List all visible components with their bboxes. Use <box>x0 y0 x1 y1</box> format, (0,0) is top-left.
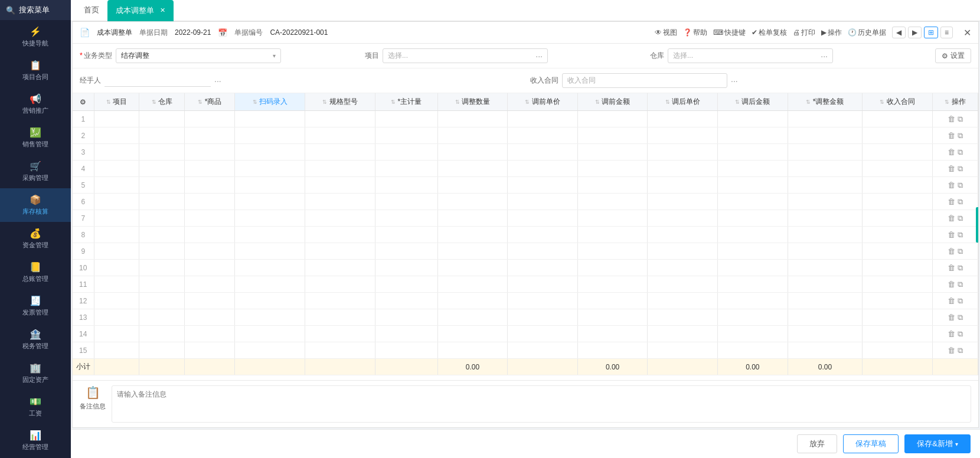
cell-pre_amount-7[interactable] <box>577 210 648 227</box>
cell-unit-15[interactable] <box>375 342 437 359</box>
cell-warehouse-5[interactable] <box>139 177 185 194</box>
copy-icon-12[interactable]: ⧉ <box>958 296 963 306</box>
cell-pre_price-11[interactable] <box>508 276 578 293</box>
note-input[interactable] <box>112 385 971 423</box>
delete-icon-11[interactable]: 🗑 <box>948 280 955 289</box>
sort-icon-product[interactable]: ⇅ <box>198 99 202 105</box>
cell-product-2[interactable] <box>185 127 235 144</box>
sort-icon-adj_amount[interactable]: ⇅ <box>806 99 811 105</box>
cell-post_amount-2[interactable] <box>718 127 788 144</box>
cell-adj_qty-8[interactable] <box>437 227 508 243</box>
sidebar-item-fixed-assets[interactable]: 🏢固定资产 <box>0 356 71 390</box>
cell-post_price-10[interactable] <box>648 260 718 276</box>
cell-adj_qty-5[interactable] <box>437 177 508 194</box>
cell-warehouse-12[interactable] <box>139 293 185 309</box>
delete-icon-1[interactable]: 🗑 <box>948 114 955 123</box>
sidebar-item-project-contract[interactable]: 📋项目合同 <box>0 54 71 87</box>
cell-post_amount-11[interactable] <box>718 276 788 293</box>
cell-adj_qty-3[interactable] <box>437 144 508 161</box>
cell-pre_amount-5[interactable] <box>577 177 648 194</box>
sidebar-item-tax-mgmt[interactable]: 🏦税务管理 <box>0 323 71 356</box>
cell-adj_amount-11[interactable] <box>788 276 863 293</box>
cell-spec-12[interactable] <box>305 293 375 309</box>
income-contract-dots[interactable]: ··· <box>731 76 738 86</box>
delete-icon-8[interactable]: 🗑 <box>948 230 955 239</box>
cell-adj_qty-9[interactable] <box>437 243 508 260</box>
cell-post_price-2[interactable] <box>648 127 718 144</box>
sidebar-item-funds-mgmt[interactable]: 💰资金管理 <box>0 222 71 256</box>
cell-pre_price-6[interactable] <box>508 194 578 210</box>
cell-scan-12[interactable] <box>235 293 305 309</box>
cell-unit-12[interactable] <box>375 293 437 309</box>
cell-unit-13[interactable] <box>375 309 437 326</box>
cell-unit-9[interactable] <box>375 243 437 260</box>
cell-post_price-5[interactable] <box>648 177 718 194</box>
cell-warehouse-13[interactable] <box>139 309 185 326</box>
delete-icon-3[interactable]: 🗑 <box>948 148 955 156</box>
cell-scan-14[interactable] <box>235 326 305 342</box>
cell-project-12[interactable] <box>94 293 139 309</box>
cell-warehouse-3[interactable] <box>139 144 185 161</box>
copy-icon-4[interactable]: ⧉ <box>958 164 963 174</box>
copy-icon-8[interactable]: ⧉ <box>958 230 963 240</box>
cell-unit-7[interactable] <box>375 210 437 227</box>
cell-post_amount-1[interactable] <box>718 111 788 127</box>
cell-pre_amount-12[interactable] <box>577 293 648 309</box>
cell-project-15[interactable] <box>94 342 139 359</box>
cell-post_price-4[interactable] <box>648 161 718 177</box>
nav-next-icon[interactable]: ▶ <box>908 27 922 38</box>
cell-scan-8[interactable] <box>235 227 305 243</box>
cell-warehouse-14[interactable] <box>139 326 185 342</box>
sort-icon-unit[interactable]: ⇅ <box>391 99 396 105</box>
cell-post_price-11[interactable] <box>648 276 718 293</box>
sort-icon-scan[interactable]: ⇅ <box>253 99 257 105</box>
print-action[interactable]: 🖨打印 <box>793 28 815 38</box>
tab-close-icon[interactable]: ✕ <box>160 6 165 14</box>
cell-spec-2[interactable] <box>305 127 375 144</box>
cell-pre_amount-14[interactable] <box>577 326 648 342</box>
tab-home[interactable]: 首页 <box>76 0 107 21</box>
cell-adj_qty-15[interactable] <box>437 342 508 359</box>
cell-post_amount-3[interactable] <box>718 144 788 161</box>
cell-project-4[interactable] <box>94 161 139 177</box>
sidebar-item-salary[interactable]: 💵工资 <box>0 390 71 424</box>
list-view-icon[interactable]: ≡ <box>940 27 953 38</box>
cell-income_contract-11[interactable] <box>863 276 933 293</box>
copy-icon-15[interactable]: ⧉ <box>958 346 963 355</box>
cell-scan-2[interactable] <box>235 127 305 144</box>
cell-adj_qty-1[interactable] <box>437 111 508 127</box>
cell-project-2[interactable] <box>94 127 139 144</box>
cell-warehouse-9[interactable] <box>139 243 185 260</box>
cell-adj_qty-10[interactable] <box>437 260 508 276</box>
cell-product-9[interactable] <box>185 243 235 260</box>
cell-pre_amount-11[interactable] <box>577 276 648 293</box>
view-action[interactable]: 👁视图 <box>655 28 677 38</box>
cell-income_contract-10[interactable] <box>863 260 933 276</box>
sort-icon-post_amount[interactable]: ⇅ <box>735 99 740 105</box>
cell-pre_price-10[interactable] <box>508 260 578 276</box>
cell-post_amount-4[interactable] <box>718 161 788 177</box>
cell-pre_price-2[interactable] <box>508 127 578 144</box>
cell-post_amount-5[interactable] <box>718 177 788 194</box>
cell-spec-13[interactable] <box>305 309 375 326</box>
cell-post_amount-6[interactable] <box>718 194 788 210</box>
cell-warehouse-10[interactable] <box>139 260 185 276</box>
cell-spec-10[interactable] <box>305 260 375 276</box>
cell-pre_amount-4[interactable] <box>577 161 648 177</box>
cell-project-8[interactable] <box>94 227 139 243</box>
cell-pre_price-8[interactable] <box>508 227 578 243</box>
cell-unit-1[interactable] <box>375 111 437 127</box>
copy-icon-7[interactable]: ⧉ <box>958 214 963 223</box>
cell-scan-5[interactable] <box>235 177 305 194</box>
cell-post_amount-15[interactable] <box>718 342 788 359</box>
cell-adj_amount-4[interactable] <box>788 161 863 177</box>
sidebar-item-invoice-mgmt[interactable]: 🧾发票管理 <box>0 289 71 323</box>
copy-icon-14[interactable]: ⧉ <box>958 329 963 339</box>
cell-warehouse-1[interactable] <box>139 111 185 127</box>
delete-icon-5[interactable]: 🗑 <box>948 181 955 189</box>
project-input[interactable]: 选择... ··· <box>383 48 548 63</box>
sort-icon-action[interactable]: ⇅ <box>945 99 949 105</box>
sidebar-item-ledger-mgmt[interactable]: 📒总账管理 <box>0 256 71 289</box>
sort-icon-project[interactable]: ⇅ <box>106 99 111 105</box>
help-action[interactable]: ❓帮助 <box>683 28 707 38</box>
